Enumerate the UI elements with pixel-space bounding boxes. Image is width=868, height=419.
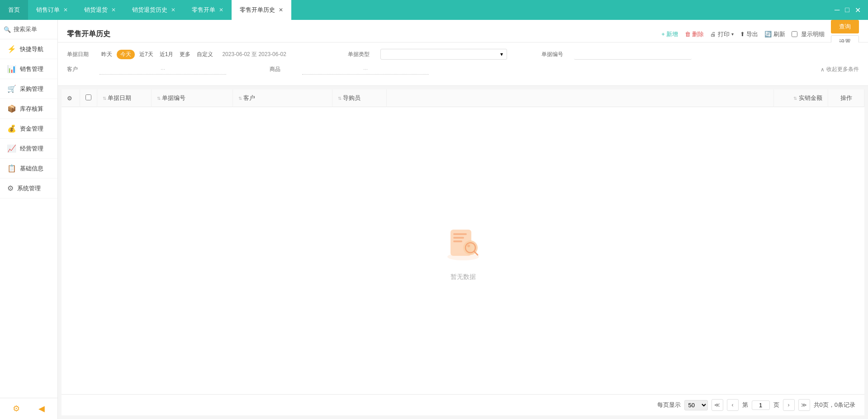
- page-label-after: 页: [773, 401, 779, 409]
- date-shortcuts: 昨天 今天 近7天 近1月 更多 自定义: [100, 50, 215, 59]
- filter-bill-type-select[interactable]: ▾: [380, 49, 507, 60]
- tab-sales-return[interactable]: 销货退货 ✕: [76, 0, 124, 20]
- main-layout: 🔍 搜索采单 ⚡ 快捷导航 📊 销售管理 🛒 采购管理 📦 库存核算 💰 资金管…: [0, 20, 868, 419]
- sidebar-collapse-icon[interactable]: ◀: [38, 404, 45, 414]
- sidebar-item-sales-label: 销售管理: [20, 65, 43, 73]
- filter-bill-type-label: 单据类型: [348, 51, 373, 58]
- total-info: 共0页，0条记录: [814, 401, 855, 409]
- tab-retail-open-label: 零售开单: [192, 6, 215, 14]
- last-page-button[interactable]: ≫: [798, 399, 810, 411]
- empty-icon: [441, 221, 486, 266]
- collapse-button[interactable]: ∧ 收起更多条件: [821, 66, 859, 73]
- display-detail-checkbox[interactable]: [792, 31, 797, 37]
- shortcut-last-month[interactable]: 近1月: [158, 50, 175, 59]
- page-size-label: 每页显示: [657, 401, 681, 409]
- sidebar-item-finance[interactable]: 💰 资金管理: [0, 119, 57, 139]
- print-button[interactable]: 🖨 打印 ▾: [710, 30, 734, 38]
- tab-sales-order-close[interactable]: ✕: [63, 7, 68, 13]
- col-customer-label: 客户: [243, 94, 255, 101]
- tab-sales-return-close[interactable]: ✕: [111, 7, 116, 13]
- add-button-label: + 新增: [661, 30, 678, 38]
- basic-info-icon: 📋: [7, 164, 16, 173]
- add-button[interactable]: + 新增: [661, 30, 678, 38]
- page-size-select[interactable]: 50 20 100: [684, 400, 708, 410]
- tab-sales-return-history[interactable]: 销货退货历史 ✕: [124, 0, 184, 20]
- table-gear-icon[interactable]: ⚙: [67, 95, 72, 102]
- page-title: 零售开单历史: [67, 29, 110, 39]
- tab-retail-open[interactable]: 零售开单 ✕: [184, 0, 232, 20]
- sidebar-item-quick-nav[interactable]: ⚡ 快捷导航: [0, 39, 57, 59]
- page-number-input[interactable]: [752, 400, 770, 410]
- delete-button[interactable]: 🗑 删除: [685, 30, 704, 38]
- col-date-label: 单据日期: [108, 94, 131, 101]
- tab-home[interactable]: 首页: [0, 0, 28, 20]
- col-customer-sort-icon[interactable]: ⇅: [238, 96, 242, 101]
- col-date-header: ⇅ 单据日期: [97, 89, 151, 107]
- collapse-icon: ∧: [821, 66, 825, 73]
- shortcut-today[interactable]: 今天: [117, 50, 135, 59]
- tab-retail-open-close[interactable]: ✕: [219, 7, 223, 13]
- filter-bill-number-label: 单据编号: [541, 51, 567, 58]
- window-close-btn[interactable]: ✕: [855, 6, 861, 14]
- sidebar-item-basic-info[interactable]: 📋 基础信息: [0, 159, 57, 179]
- col-guide-label: 导购员: [343, 94, 360, 101]
- prev-page-button[interactable]: ‹: [727, 399, 739, 411]
- col-number-label: 单据编号: [162, 94, 185, 101]
- col-amount-header: ⇅ 实销金额: [774, 89, 828, 107]
- filter-goods-input[interactable]: ···: [302, 64, 429, 75]
- filter-bill-number-input[interactable]: [574, 49, 692, 60]
- col-amount-sort-icon[interactable]: ⇅: [793, 96, 797, 101]
- svg-rect-2: [453, 233, 467, 235]
- empty-state: 暂无数据: [62, 107, 864, 394]
- col-guide-header: ⇅ 导购员: [332, 89, 386, 107]
- tab-retail-open-history-label: 零售开单历史: [240, 6, 275, 14]
- date-range-display: 2023-06-02 至 2023-06-02: [222, 51, 286, 58]
- shortcut-last7[interactable]: 近7天: [138, 50, 155, 59]
- inventory-icon: 📦: [7, 104, 16, 113]
- tab-sales-order[interactable]: 销售订单 ✕: [28, 0, 76, 20]
- svg-rect-3: [453, 237, 464, 239]
- tab-sales-return-history-close[interactable]: ✕: [171, 7, 175, 13]
- delete-button-label: 🗑 删除: [685, 30, 704, 38]
- window-max-btn[interactable]: □: [845, 6, 849, 14]
- filter-customer-input[interactable]: ···: [100, 64, 226, 75]
- tab-retail-open-history-close[interactable]: ✕: [279, 7, 283, 13]
- refresh-button[interactable]: 🔄 刷新: [764, 30, 785, 38]
- tab-retail-open-history[interactable]: 零售开单历史 ✕: [232, 0, 291, 20]
- finance-icon: 💰: [7, 124, 16, 133]
- col-number-sort-icon[interactable]: ⇅: [157, 96, 161, 101]
- sidebar-item-operations[interactable]: 📈 经营管理: [0, 139, 57, 159]
- col-date-sort-icon[interactable]: ⇅: [103, 96, 106, 101]
- shortcut-more[interactable]: 更多: [178, 50, 192, 59]
- sidebar-search[interactable]: 🔍 搜索采单: [0, 20, 57, 39]
- shortcut-custom[interactable]: 自定义: [195, 50, 215, 59]
- col-checkbox: [80, 89, 97, 107]
- next-page-button[interactable]: ›: [783, 399, 795, 411]
- sidebar-item-purchase-mgmt[interactable]: 🛒 采购管理: [0, 79, 57, 99]
- page-header: 零售开单历史 + 新增 🗑 删除 🖨 打印 ▾ ⬆ 导出 🔄 刷新: [58, 20, 868, 42]
- col-guide-sort-icon[interactable]: ⇅: [338, 96, 342, 101]
- select-all-checkbox[interactable]: [85, 94, 91, 100]
- sidebar-item-inventory[interactable]: 📦 库存核算: [0, 99, 57, 119]
- tab-sales-return-label: 销货退货: [84, 6, 108, 14]
- display-detail-toggle[interactable]: 显示明细: [792, 30, 825, 38]
- svg-rect-4: [453, 240, 462, 242]
- shortcut-yesterday[interactable]: 昨天: [100, 50, 114, 59]
- pagination: 每页显示 50 20 100 ≪ ‹ 第 页 › ≫ 共0页，0条记录: [62, 394, 864, 415]
- filter-row-2: 客户 ··· 商品 ··· ∧ 收起更多条件: [67, 64, 859, 75]
- window-min-btn[interactable]: ─: [835, 6, 840, 14]
- query-button[interactable]: 查询: [831, 20, 859, 33]
- sidebar-item-system-mgmt[interactable]: ⚙ 系统管理: [0, 179, 57, 198]
- col-action-label: 操作: [840, 94, 852, 101]
- tab-sales-return-history-label: 销货退货历史: [132, 6, 167, 14]
- sidebar-item-sales-mgmt[interactable]: 📊 销售管理: [0, 59, 57, 79]
- sidebar-settings-icon[interactable]: ⚙: [13, 404, 20, 414]
- sidebar-item-quick-nav-label: 快捷导航: [20, 45, 43, 53]
- export-button[interactable]: ⬆ 导出: [740, 30, 759, 38]
- first-page-button[interactable]: ≪: [711, 399, 723, 411]
- sidebar-item-finance-label: 资金管理: [20, 125, 43, 133]
- empty-text: 暂无数据: [451, 273, 476, 281]
- sidebar-search-label: 搜索采单: [14, 25, 37, 33]
- col-action-header: 操作: [828, 89, 864, 107]
- sidebar-bottom: ⚙ ◀: [0, 398, 57, 419]
